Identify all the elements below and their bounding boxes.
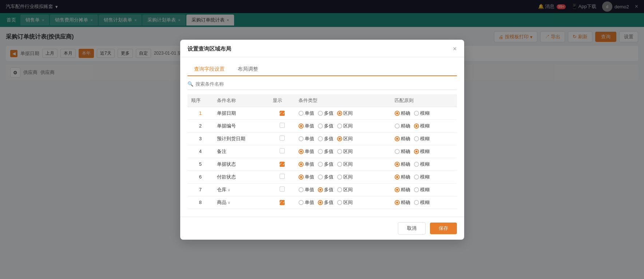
- cell-type: 单值多值区间: [295, 158, 391, 170]
- cell-type: 单值多值区间: [295, 209, 391, 211]
- tab-query-fields[interactable]: 查询字段设置: [187, 63, 231, 76]
- type-radio-single[interactable]: 单值: [299, 174, 314, 180]
- modal-tabs: 查询字段设置 布局调整: [187, 63, 457, 76]
- cell-type: 单值多值区间: [295, 119, 391, 132]
- cell-type: 单值多值区间: [295, 145, 391, 158]
- type-radio-multi[interactable]: 多值: [318, 174, 333, 180]
- cell-name: 单据状态: [213, 158, 269, 170]
- cell-display[interactable]: [269, 145, 295, 158]
- match-radio-exact[interactable]: 精确: [395, 161, 410, 168]
- type-radio-single[interactable]: 单值: [299, 161, 314, 168]
- match-radio-exact[interactable]: 精确: [395, 199, 410, 206]
- cell-display[interactable]: [269, 119, 295, 132]
- match-radio-fuzzy[interactable]: 模糊: [414, 110, 430, 117]
- tab-query-fields-label: 查询字段设置: [194, 66, 225, 72]
- cell-type: 单值多值区间: [295, 170, 391, 183]
- match-radio-exact[interactable]: 精确: [395, 123, 410, 129]
- modal-table-wrapper: 顺序 条件名称 显示 条件类型 匹配原则 1单据日期✓单值多值区间精确模糊2单据…: [187, 94, 457, 211]
- cell-order: 5: [187, 158, 214, 170]
- cell-order: 4: [187, 145, 214, 158]
- match-radio-fuzzy[interactable]: 模糊: [414, 123, 430, 129]
- match-radio-fuzzy[interactable]: 模糊: [414, 199, 430, 206]
- cell-name: 仓库 ∨: [213, 183, 269, 196]
- modal-table: 顺序 条件名称 显示 条件类型 匹配原则 1单据日期✓单值多值区间精确模糊2单据…: [187, 94, 457, 211]
- display-checkbox[interactable]: ✓: [280, 111, 285, 116]
- type-radio-multi[interactable]: 多值: [318, 161, 333, 168]
- modal-overlay[interactable]: 设置查询区域布局 × 查询字段设置 布局调整 🔍: [0, 0, 644, 279]
- display-checkbox[interactable]: [280, 174, 285, 179]
- cell-match: 精确模糊: [391, 158, 457, 170]
- cell-match: 精确模糊: [391, 107, 457, 119]
- display-checkbox[interactable]: ✓: [280, 162, 285, 167]
- th-display: 显示: [269, 94, 295, 107]
- cell-display[interactable]: ✓: [269, 158, 295, 170]
- type-radio-single[interactable]: 单值: [299, 110, 314, 117]
- match-radio-exact[interactable]: 精确: [395, 110, 410, 117]
- modal-search-input[interactable]: [195, 81, 268, 87]
- modal-close-button[interactable]: ×: [453, 46, 457, 52]
- cell-match: 精确模糊: [391, 209, 457, 211]
- save-button[interactable]: 保存: [430, 223, 457, 234]
- modal-search-area: 🔍: [187, 81, 457, 90]
- type-radio-range[interactable]: 区间: [337, 148, 353, 155]
- match-radio-exact[interactable]: 精确: [395, 148, 410, 155]
- type-radio-multi[interactable]: 多值: [318, 135, 333, 142]
- table-row: 1单据日期✓单值多值区间精确模糊: [187, 107, 457, 119]
- type-radio-range[interactable]: 区间: [337, 123, 353, 129]
- tab-layout[interactable]: 布局调整: [231, 63, 265, 76]
- cell-display[interactable]: ✓: [269, 196, 295, 209]
- match-radio-exact[interactable]: 精确: [395, 174, 410, 180]
- cell-display[interactable]: [269, 170, 295, 183]
- table-row: 8商品 ∨✓单值多值区间精确模糊: [187, 196, 457, 209]
- type-radio-multi[interactable]: 多值: [318, 123, 333, 129]
- modal-footer: 取消 保存: [180, 217, 464, 240]
- modal-title: 设置查询区域布局: [187, 46, 231, 52]
- table-row: 4备注单值多值区间精确模糊: [187, 145, 457, 158]
- match-radio-exact[interactable]: 精确: [395, 186, 410, 193]
- cell-match: 精确模糊: [391, 132, 457, 145]
- type-radio-multi[interactable]: 多值: [318, 110, 333, 117]
- display-checkbox[interactable]: [280, 123, 285, 128]
- match-radio-fuzzy[interactable]: 模糊: [414, 148, 430, 155]
- table-row: 9属性 ∨单值多值区间精确模糊: [187, 209, 457, 211]
- tab-layout-label: 布局调整: [238, 66, 258, 72]
- cell-display[interactable]: [269, 209, 295, 211]
- type-radio-single[interactable]: 单值: [299, 135, 314, 142]
- match-radio-fuzzy[interactable]: 模糊: [414, 174, 430, 180]
- type-radio-multi[interactable]: 多值: [318, 148, 333, 155]
- type-radio-range[interactable]: 区间: [337, 199, 353, 206]
- cell-type: 单值多值区间: [295, 132, 391, 145]
- display-checkbox[interactable]: ✓: [280, 200, 285, 205]
- table-row: 6付款状态单值多值区间精确模糊: [187, 170, 457, 183]
- match-radio-fuzzy[interactable]: 模糊: [414, 161, 430, 168]
- cancel-button[interactable]: 取消: [398, 222, 426, 235]
- th-type: 条件类型: [295, 94, 391, 107]
- match-radio-fuzzy[interactable]: 模糊: [414, 135, 430, 142]
- cell-order: 6: [187, 170, 214, 183]
- type-radio-single[interactable]: 单值: [299, 199, 314, 206]
- type-radio-range[interactable]: 区间: [337, 186, 353, 193]
- display-checkbox[interactable]: [280, 135, 285, 141]
- cell-order: 7: [187, 183, 214, 196]
- type-radio-range[interactable]: 区间: [337, 135, 353, 142]
- type-radio-single[interactable]: 单值: [299, 123, 314, 129]
- match-radio-fuzzy[interactable]: 模糊: [414, 186, 430, 193]
- modal-dialog: 设置查询区域布局 × 查询字段设置 布局调整 🔍: [180, 40, 464, 240]
- display-checkbox[interactable]: [280, 186, 285, 192]
- type-radio-range[interactable]: 区间: [337, 174, 353, 180]
- display-checkbox[interactable]: [280, 148, 285, 153]
- cell-order: 8: [187, 196, 214, 209]
- type-radio-range[interactable]: 区间: [337, 110, 353, 117]
- type-radio-multi[interactable]: 多值: [318, 199, 333, 206]
- cell-display[interactable]: [269, 183, 295, 196]
- cell-display[interactable]: [269, 132, 295, 145]
- match-radio-exact[interactable]: 精确: [395, 135, 410, 142]
- type-radio-single[interactable]: 单值: [299, 148, 314, 155]
- type-radio-single[interactable]: 单值: [299, 186, 314, 193]
- cell-name: 单据日期: [213, 107, 269, 119]
- type-radio-multi[interactable]: 多值: [318, 186, 333, 193]
- type-radio-range[interactable]: 区间: [337, 161, 353, 168]
- table-row: 3预计到货日期单值多值区间精确模糊: [187, 132, 457, 145]
- cell-display[interactable]: ✓: [269, 107, 295, 119]
- cell-type: 单值多值区间: [295, 183, 391, 196]
